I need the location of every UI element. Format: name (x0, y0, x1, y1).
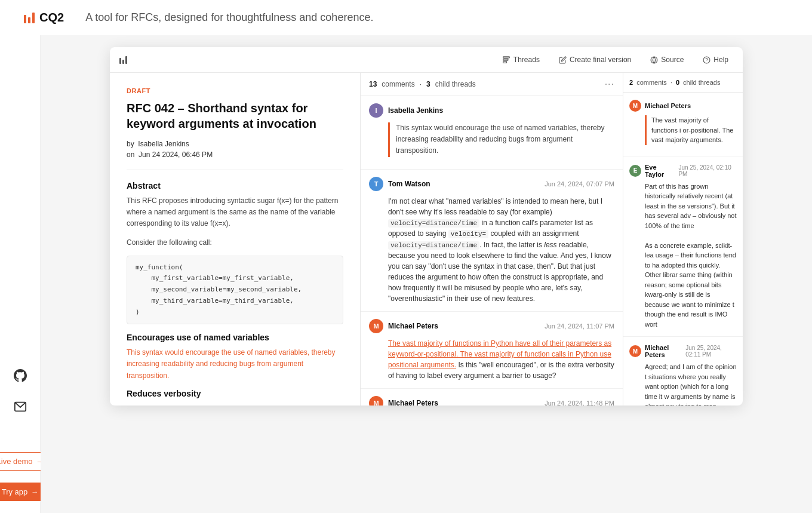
section1-title: Encourages use of named variables (127, 333, 343, 342)
comment-author-row-3: M Michael Peters Jun 24, 2024, 11:07 PM (369, 319, 614, 333)
on-label: on (127, 150, 134, 159)
right-comment-thread-2: E Eve Taylor Jun 25, 2024, 02:10 PM Part… (623, 156, 743, 337)
logo-icon (24, 13, 35, 23)
right-comment-thread-1: M Michael Peters The vast majority of fu… (623, 93, 743, 156)
right-comments-count: 2 (629, 79, 633, 86)
logo-bar-2 (28, 17, 30, 23)
comment-author-row-2: T Tom Watson Jun 24, 2024, 07:07 PM (369, 177, 614, 191)
right-date-michael-2: Jun 25, 2024, 02:11 PM (685, 345, 737, 358)
right-comments-label: comments (636, 79, 667, 86)
try-app-label: Try app (2, 487, 28, 496)
code-content: my_function( my_first_variable=my_first_… (136, 262, 334, 318)
comment-date-tom: Jun 24, 2024, 07:07 PM (545, 180, 614, 188)
logo-text: CQ2 (39, 11, 64, 24)
comment-body-tom: I'm not clear what "named variables" is … (369, 196, 614, 305)
avatar-isabella: I (369, 103, 383, 118)
right-panel: 2 comments · 0 child threads M Michael P… (623, 73, 743, 406)
section2-title: Reduces verbosity (127, 389, 343, 398)
abstract-title: Abstract (127, 181, 343, 191)
header-tagline: A tool for RFCs, designed for thoughtful… (85, 11, 373, 24)
right-author-eve: Eve Taylor (645, 164, 675, 178)
comment-author-michael-2: Michael Peters (388, 399, 438, 406)
mail-icon[interactable] (11, 397, 30, 416)
comments-header: 13 comments · 3 child threads ··· (361, 73, 623, 96)
document-divider (127, 170, 343, 170)
right-comment-body-michael-2: Agreed; and I am of the opinion t situat… (629, 362, 737, 406)
right-child-threads-count: 0 (676, 79, 679, 86)
threads-label: Threads (513, 56, 540, 64)
section1-text: This syntax would encourage the use of n… (127, 347, 343, 382)
try-app-button[interactable]: Try app → (0, 483, 45, 501)
live-demo-label: Live demo (0, 457, 33, 466)
document-date: Jun 24 2024, 06:46 PM (139, 150, 213, 159)
sidebar: Live demo → Try app → (0, 35, 41, 513)
comments-more-button[interactable]: ··· (605, 79, 614, 90)
right-separator: · (670, 79, 672, 86)
right-comment-border-1: The vast majority of functions i or-posi… (645, 115, 737, 145)
comment-author-michael-1: Michael Peters (388, 322, 438, 330)
header: CQ2 A tool for RFCs, designed for though… (0, 0, 812, 35)
consider-text: Consider the following call: (127, 237, 343, 248)
app-logo-icon (119, 56, 127, 64)
code-block: my_function( my_first_variable=my_first_… (127, 256, 343, 324)
right-author-row-2: E Eve Taylor Jun 25, 2024, 02:10 PM (629, 164, 737, 178)
right-child-threads-label: child threads (683, 79, 720, 86)
content-area: Threads Create final version Source (41, 35, 812, 513)
avatar-michael-2: M (369, 396, 383, 406)
avatar-tom: T (369, 177, 383, 191)
document-author-meta: by Isabella Jenkins (127, 140, 343, 148)
document-date-meta: on Jun 24 2024, 06:46 PM (127, 150, 343, 159)
help-label: Help (713, 56, 728, 64)
svg-rect-2 (503, 59, 508, 60)
arrow-right-icon-2: → (31, 488, 38, 496)
comment-thread-3: M Michael Peters Jun 24, 2024, 11:07 PM … (361, 312, 623, 389)
right-panel-header: 2 comments · 0 child threads (623, 73, 743, 93)
source-button[interactable]: Source (645, 53, 688, 66)
logo-bar-3 (32, 13, 35, 23)
create-final-version-label: Create final version (570, 56, 631, 64)
source-label: Source (661, 56, 684, 64)
comments-label: comments (382, 80, 414, 88)
quote-text-1: This syntax would encourage the use of n… (396, 122, 614, 157)
threads-icon (502, 56, 510, 64)
source-icon (650, 56, 658, 64)
draft-badge: DRAFT (127, 87, 343, 94)
document-author: Isabella Jenkins (138, 140, 189, 148)
app-toolbar: Threads Create final version Source (110, 47, 743, 73)
by-label: by (127, 140, 134, 148)
code-inline-2: velocity= (448, 230, 488, 238)
child-threads-count: 3 (426, 80, 430, 88)
comment-date-michael-1: Jun 24, 2024, 11:07 PM (545, 322, 614, 330)
right-date-eve: Jun 25, 2024, 02:10 PM (678, 164, 737, 177)
right-avatar-michael: M (629, 100, 641, 112)
logo: CQ2 (24, 11, 64, 24)
svg-rect-3 (503, 62, 507, 63)
comment-author-row-4: M Michael Peters Jun 24, 2024, 11:48 PM (369, 396, 614, 406)
comment-body-michael-1: The vast majority of functions in Python… (369, 338, 614, 381)
comment-thread-4: M Michael Peters Jun 24, 2024, 11:48 PM … (361, 389, 623, 406)
right-author-row-1: M Michael Peters (629, 100, 737, 112)
threads-button[interactable]: Threads (497, 53, 545, 66)
comment-quote-1: This syntax would encourage the use of n… (388, 122, 614, 157)
section2-text: By minimising visual noise and in some c… (127, 403, 343, 406)
comment-author-isabella: Isabella Jenkins (388, 106, 443, 115)
document-pane: DRAFT RFC 042 – Shorthand syntax for key… (110, 73, 361, 406)
app-preview: Threads Create final version Source (110, 47, 743, 406)
comment-date-michael-2: Jun 24, 2024, 11:48 PM (545, 400, 614, 406)
right-author-michael-2: Michael Peters (645, 344, 682, 358)
logo-bar-1 (24, 15, 26, 23)
right-comment-thread-3: M Michael Peters Jun 25, 2024, 02:11 PM … (623, 337, 743, 406)
app-logo-bar-2 (122, 60, 124, 64)
help-button[interactable]: Help (698, 53, 733, 66)
create-final-version-button[interactable]: Create final version (554, 53, 636, 66)
comment-thread-2: T Tom Watson Jun 24, 2024, 07:07 PM I'm … (361, 170, 623, 312)
right-avatar-eve: E (629, 165, 641, 177)
github-icon[interactable] (11, 366, 30, 385)
comments-count: 13 (369, 80, 377, 88)
document-title: RFC 042 – Shorthand syntax for keyword a… (127, 100, 343, 131)
main-layout: Live demo → Try app → (0, 35, 812, 513)
code-inline-1: velocity=distance/time (388, 219, 479, 228)
app-logo-bar-3 (125, 56, 127, 64)
help-icon (703, 56, 710, 64)
svg-rect-1 (503, 57, 510, 58)
